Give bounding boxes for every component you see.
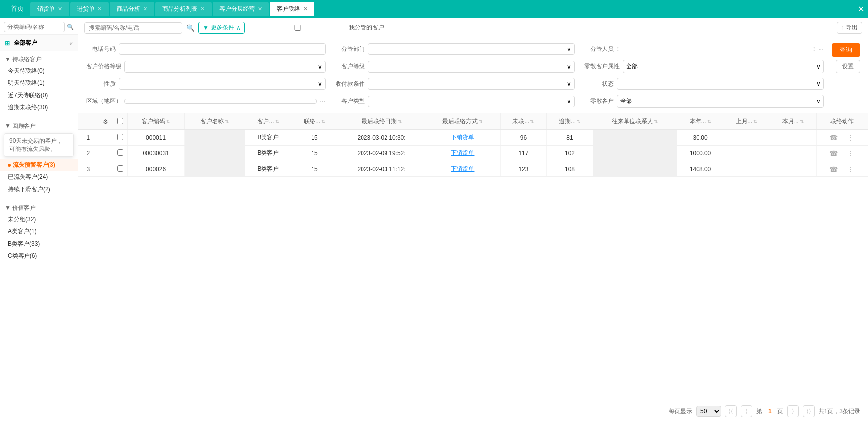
th-checkbox: ⚙	[98, 113, 113, 130]
filter-customer-type-select[interactable]: ∨	[368, 96, 575, 107]
th-overdue[interactable]: 逾期...⇅	[547, 113, 593, 130]
cell-checkbox[interactable]	[113, 130, 127, 146]
select-all-checkbox[interactable]	[117, 118, 123, 124]
tab-home[interactable]: 首页	[4, 4, 30, 13]
cell-type: B类客户	[245, 146, 291, 161]
filter-icon: ▼	[203, 25, 209, 31]
th-this-year[interactable]: 本年...⇅	[677, 113, 723, 130]
advanced-filter-panel: 电话号码 分管部门 ∨ 分管人员 ···	[78, 38, 868, 113]
tab-customer-contact[interactable]: 客户联络 ✕	[270, 2, 314, 16]
export-btn[interactable]: ↑ 导出	[837, 22, 862, 34]
cell-unit-contact	[593, 130, 677, 146]
tab-customer-contact-close[interactable]: ✕	[303, 6, 308, 12]
cell-contact: 15	[291, 130, 338, 146]
th-this-month[interactable]: 本月...⇅	[770, 113, 816, 130]
cell-checkbox[interactable]	[113, 161, 127, 177]
tab-analysis-close[interactable]: ✕	[143, 6, 147, 12]
filter-row-phone: 电话号码	[86, 43, 326, 55]
tab-analysis-list[interactable]: 商品分析列表 ✕	[155, 2, 212, 16]
filter-manager-select[interactable]	[617, 47, 815, 51]
filter-phone-input[interactable]	[119, 43, 326, 55]
sidebar-item-overdue[interactable]: 逾期未联络(30)	[0, 101, 78, 114]
filter-dept-select[interactable]: ∨	[368, 43, 575, 55]
sidebar-item-7days[interactable]: 近7天待联络(0)	[0, 89, 78, 101]
filter-row-status: 状态 ∨	[584, 78, 824, 90]
query-btn[interactable]: 查询	[832, 43, 860, 57]
next-page-btn[interactable]: ⟩	[787, 405, 799, 417]
region-dots-icon[interactable]: ···	[320, 98, 326, 105]
cell-checkbox[interactable]	[113, 146, 127, 161]
more-action-icon[interactable]: ⋮⋮	[841, 149, 854, 157]
th-checkbox-all[interactable]	[113, 113, 127, 130]
cell-not-contacted: 123	[500, 161, 547, 177]
current-page: 1	[766, 408, 773, 415]
th-not-contacted[interactable]: 未联...⇅	[500, 113, 547, 130]
more-action-icon[interactable]: ⋮⋮	[841, 165, 854, 173]
tab-sales[interactable]: 销货单 ✕	[30, 2, 69, 16]
filter-customer-grade-select[interactable]: ∨	[368, 61, 575, 73]
filter-row-nature: 性质 ∨	[86, 78, 326, 90]
tab-sales-close[interactable]: ✕	[58, 6, 62, 12]
last-page-btn[interactable]: ⟩⟩	[803, 405, 815, 417]
cell-type: B类客户	[245, 130, 291, 146]
contact-action-icon[interactable]: ☎	[829, 134, 838, 142]
manager-dots-icon[interactable]: ···	[818, 45, 824, 53]
contact-action-icon[interactable]: ☎	[829, 165, 838, 173]
filter-region-select[interactable]	[124, 99, 317, 104]
sidebar-item-today[interactable]: 今天待联络(0)	[0, 65, 78, 77]
filter-price-grade-select[interactable]: ∨	[124, 61, 326, 73]
th-contact[interactable]: 联络...⇅	[291, 113, 338, 130]
my-customers-check[interactable]: 我分管的客户	[249, 24, 384, 32]
th-code[interactable]: 客户编码⇅	[127, 113, 184, 130]
sidebar-item-class-b[interactable]: B类客户(33)	[0, 238, 78, 250]
tab-analysis-list-close[interactable]: ✕	[200, 6, 205, 12]
th-last-contact-date[interactable]: 最后联络日期⇅	[338, 113, 425, 130]
filter-label-retail-attr: 零散客户属性	[584, 62, 620, 71]
th-name[interactable]: 客户名称⇅	[184, 113, 245, 130]
filter-label-retail-customer: 零散客户	[584, 97, 614, 105]
filter-nature-select[interactable]: ∨	[119, 78, 326, 90]
sidebar-search-icon[interactable]: 🔍	[67, 24, 74, 30]
filter-label-phone: 电话号码	[86, 45, 116, 53]
filter-search-icon[interactable]: 🔍	[186, 24, 194, 32]
cell-last-contact-method[interactable]: 下销货单	[425, 130, 500, 146]
sidebar-collapse-btn[interactable]: «	[69, 39, 73, 47]
search-input[interactable]	[84, 22, 182, 34]
tab-purchase-close[interactable]: ✕	[97, 6, 102, 12]
filter-retail-customer-select[interactable]: 全部∨	[617, 95, 824, 108]
cell-last-contact-method[interactable]: 下销货单	[425, 146, 500, 161]
adv-filter-grid: 电话号码 分管部门 ∨ 分管人员 ···	[78, 38, 832, 113]
tab-customer-segment[interactable]: 客户分层经营 ✕	[213, 2, 269, 16]
filter-payment-select[interactable]: ∨	[368, 78, 575, 90]
content-area: 🔍 ▼ 更多条件 ∧ 我分管的客户 ↑ 导出 电话号码	[78, 18, 868, 421]
my-customers-checkbox[interactable]	[249, 25, 347, 31]
prev-page-btn[interactable]: ⟨	[741, 405, 752, 417]
tab-purchase[interactable]: 进货单 ✕	[70, 2, 109, 16]
sidebar-item-tomorrow[interactable]: 明天待联络(1)	[0, 77, 78, 89]
sidebar-item-class-c[interactable]: C类客户(6)	[0, 250, 78, 262]
sidebar-item-declining[interactable]: 持续下滑客户(2)	[0, 183, 78, 196]
sidebar-search-input[interactable]	[4, 22, 65, 32]
filter-status-select[interactable]: ∨	[617, 78, 824, 90]
th-last-month[interactable]: 上月...⇅	[723, 113, 770, 130]
per-page-select[interactable]: 50 100 200	[696, 406, 721, 417]
th-last-contact-method[interactable]: 最后联络方式⇅	[425, 113, 500, 130]
sidebar-item-lost-warning[interactable]: 流失预警客户(3)	[0, 159, 78, 171]
window-close-icon[interactable]: ✕	[858, 4, 864, 14]
contact-action-icon[interactable]: ☎	[829, 149, 838, 157]
settings-gear-icon[interactable]: ⚙	[103, 118, 108, 125]
sidebar-item-ungrouped[interactable]: 未分组(32)	[0, 213, 78, 225]
more-action-icon[interactable]: ⋮⋮	[841, 134, 854, 142]
th-type[interactable]: 客户...⇅	[245, 113, 291, 130]
cell-last-contact-method[interactable]: 下销货单	[425, 161, 500, 177]
first-page-btn[interactable]: ⟨⟨	[725, 405, 737, 417]
tab-analysis[interactable]: 商品分析 ✕	[110, 2, 154, 16]
more-conditions-btn[interactable]: ▼ 更多条件 ∧	[198, 22, 245, 34]
sidebar-item-already-lost[interactable]: 已流失客户(24)	[0, 171, 78, 183]
th-unit-contact[interactable]: 往来单位联系人⇅	[593, 113, 677, 130]
filter-retail-attr-select[interactable]: 全部∨	[623, 60, 824, 73]
settings-btn[interactable]: 设置	[836, 60, 860, 73]
sidebar-item-class-a[interactable]: A类客户(1)	[0, 225, 78, 238]
all-customers-header[interactable]: ⊞ 全部客户 «	[0, 35, 78, 51]
tab-customer-segment-close[interactable]: ✕	[258, 6, 262, 12]
